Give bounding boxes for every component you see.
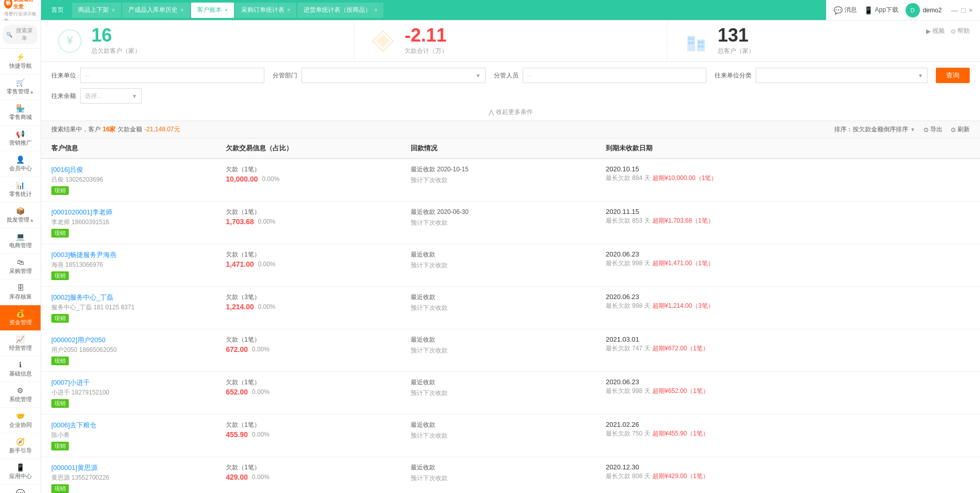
debt-ratio: 0.00% — [258, 218, 276, 225]
debt-amount[interactable]: 1,703.68 — [226, 218, 254, 226]
overdue-link[interactable]: 超期¥429.00（1笔） — [652, 472, 709, 481]
refresh-btn[interactable]: ⊙ 刷新 — [951, 125, 970, 134]
customer-contact: 服务中心_丁磊 181 0125 8371 — [51, 303, 226, 312]
overdue-link[interactable]: 超期¥672.00（1笔） — [652, 344, 709, 353]
filter-label-balance: 往来余额 — [51, 92, 76, 101]
close-icon[interactable]: × — [287, 7, 291, 13]
overdue-link[interactable]: 超期¥652.00（1笔） — [652, 387, 709, 396]
stat-icon-diamond — [370, 28, 396, 54]
filter-input-trading-unit[interactable]: ··· — [80, 68, 264, 83]
sidebar-item-retail-mall[interactable]: 🏪 零售商城 — [0, 100, 41, 126]
search-button[interactable]: 查询 — [936, 68, 970, 83]
overdue-days: 最长欠款 853 天 — [606, 216, 650, 225]
overdue-link[interactable]: 超期¥1,703.68（1笔） — [652, 216, 714, 225]
sidebar-item-basic-info[interactable]: ℹ 基础信息 — [0, 357, 41, 382]
customer-name-link[interactable]: [0007]小进千 — [51, 378, 226, 387]
debt-label: 欠款（3笔） — [226, 293, 411, 302]
customer-name-link[interactable]: [0002]服务中心_丁磊 — [51, 293, 226, 302]
overdue-days: 最长欠款 998 天 — [606, 259, 650, 268]
debt-amount[interactable]: 429.00 — [226, 473, 248, 481]
close-btn[interactable]: × — [969, 6, 973, 14]
tab-purchase-stats[interactable]: 采购订单统计表 × — [235, 3, 297, 18]
sidebar-item-member[interactable]: 👤 会员中心 — [0, 151, 41, 177]
user-avatar[interactable]: D demo2 — [906, 3, 942, 17]
overdue-link[interactable]: 超期¥1,214.00（3笔） — [652, 302, 714, 310]
customer-name-link[interactable]: [0003]畅捷服务尹海燕 — [51, 250, 226, 260]
customer-name-link[interactable]: [0001020001]李老师 — [51, 208, 226, 217]
export-btn[interactable]: ⊙ 导出 — [924, 125, 943, 134]
close-icon[interactable]: × — [225, 7, 228, 13]
debt-amount[interactable]: 1,214.00 — [226, 303, 254, 311]
col-header-recovery: 回款情况 — [411, 144, 606, 153]
sidebar-item-retail-mgmt[interactable]: 🛒 零售管理▲ — [0, 74, 41, 100]
table-container: 客户信息 欠款交易信息（占比） 回款情况 到期未收款日期 [0016]吕俊 吕俊… — [41, 139, 980, 493]
minimize-btn[interactable]: — — [951, 6, 958, 14]
latest-payment: 最近收款 — [411, 336, 606, 344]
debt-amount[interactable]: 455.90 — [226, 430, 248, 439]
debt-amount[interactable]: 1,471.00 — [226, 260, 254, 268]
filter-input-unit-category[interactable]: ▼ — [756, 68, 928, 83]
maximize-btn[interactable]: □ — [961, 6, 965, 14]
overdue-link[interactable]: 超期¥1,471.00（1笔） — [652, 259, 714, 268]
collapse-btn[interactable]: ⋀ 收起更多条件 — [489, 108, 533, 116]
tab-home[interactable]: 首页 — [44, 3, 71, 18]
tab-customer-account[interactable]: 客户账本 × — [191, 3, 234, 18]
sidebar-item-wechat[interactable]: 💬 企业微信 — [0, 485, 41, 493]
debt-ratio: 0.00% — [258, 261, 276, 268]
customer-contact: 小进千 18279152100 — [51, 388, 226, 397]
top-right-area: 💬 消息 📱 App下载 D demo2 — □ × — [826, 0, 980, 20]
overdue-link[interactable]: 超期¥455.90（1笔） — [652, 429, 709, 438]
tab-goods-stats[interactable]: 进货单统计表（按商品） × — [297, 3, 383, 18]
app-download-btn[interactable]: 📱 App下载 — [864, 6, 898, 14]
debt-label: 欠款（1笔） — [226, 378, 411, 387]
debt-amount[interactable]: 652.00 — [226, 388, 248, 396]
table-row: [0006]去下粮仓 陈小希 现销 欠款（1笔） 455.90 0.00% 最近… — [41, 415, 980, 457]
sidebar-item-wholesale-mgmt[interactable]: 📦 批发管理▲ — [0, 203, 41, 228]
sidebar-item-retail-stats[interactable]: 📊 零售统计 — [0, 177, 41, 203]
video-btn[interactable]: ▶ 视频 — [926, 27, 945, 35]
tab-production[interactable]: 产成品入库单历史 × — [122, 3, 190, 18]
debt-amount[interactable]: 672.00 — [226, 345, 248, 353]
sidebar-item-purchase[interactable]: 🛍 采购管理 — [0, 254, 41, 280]
filter-label-department: 分管部门 — [273, 71, 297, 80]
message-btn[interactable]: 💬 消息 — [834, 6, 857, 14]
next-payment: 预计下次收款 — [411, 304, 606, 312]
close-icon[interactable]: × — [181, 7, 184, 13]
sidebar-item-newbie[interactable]: 🧭 新手引导 — [0, 433, 41, 459]
table-row: [0001020001]李老师 李老师 18600391516 现销 欠款（1笔… — [41, 202, 980, 244]
close-icon[interactable]: × — [374, 7, 377, 13]
filter-input-department[interactable]: ▼ — [301, 68, 486, 83]
sidebar-item-system[interactable]: ⚙ 系统管理 — [0, 382, 41, 408]
brand-name: 畅捷通好生意 — [13, 0, 36, 10]
overdue-date: 2020.06.23 — [606, 293, 970, 301]
col-header-customer: 客户信息 — [51, 144, 226, 153]
overdue-link[interactable]: 超期¥10,000.00（1笔） — [652, 174, 718, 183]
sidebar-item-collab[interactable]: 🤝 企业协同 — [0, 408, 41, 433]
filter-input-balance[interactable]: 选择... ▼ — [80, 88, 142, 104]
sidebar-item-marketing[interactable]: 📢 营销推广 — [0, 126, 41, 151]
customer-name-link[interactable]: [000002]用户2050 — [51, 336, 226, 345]
sidebar-item-ecommerce[interactable]: 💻 电商管理 — [0, 228, 41, 254]
filter-input-manager[interactable]: ··· — [523, 68, 707, 83]
customer-tag: 现销 — [51, 186, 69, 195]
help-btn[interactable]: ⊙ 帮助 — [951, 27, 970, 35]
filter-label-manager: 分管人员 — [494, 71, 518, 80]
latest-payment: 最近收款 — [411, 293, 606, 302]
sidebar-search[interactable]: 🔍 搜索菜单 — [0, 21, 41, 49]
sidebar-item-operations[interactable]: 📈 经营管理 — [0, 331, 41, 357]
stat-label-debt-customers: 总欠款客户（家） — [91, 47, 141, 55]
tab-products[interactable]: 商品上下架 × — [72, 3, 121, 18]
next-payment: 预计下次收款 — [411, 389, 606, 398]
close-icon[interactable]: × — [112, 7, 115, 13]
sidebar-item-apps[interactable]: 📱 应用中心 — [0, 459, 41, 485]
sidebar-item-inventory[interactable]: 🗄 库存核算 — [0, 280, 41, 305]
customer-name-link[interactable]: [000001]黄思源 — [51, 463, 226, 472]
debt-amount[interactable]: 10,000.00 — [226, 175, 258, 183]
customer-name-link[interactable]: [0006]去下粮仓 — [51, 421, 226, 430]
sidebar-item-finance[interactable]: 💰 资金管理 — [0, 305, 41, 331]
sort-selector[interactable]: 排序：按欠款金额倒序排序 ▼ — [834, 125, 915, 134]
customer-name-link[interactable]: [0016]吕俊 — [51, 165, 226, 174]
stat-icon-building — [683, 28, 709, 54]
next-payment: 预计下次收款 — [411, 474, 606, 483]
sidebar-item-quick-nav[interactable]: ⚡ 快捷导航 — [0, 49, 41, 74]
